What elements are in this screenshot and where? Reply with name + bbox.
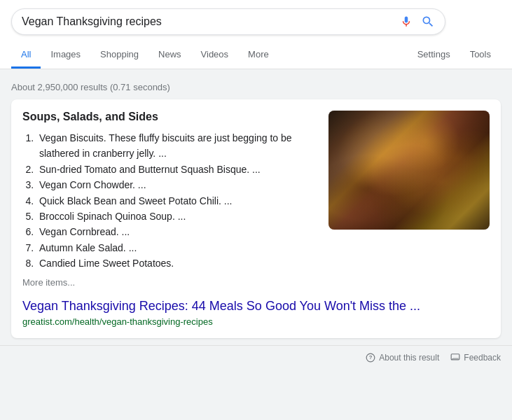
list-item: Quick Black Bean and Sweet Potato Chili.…: [36, 193, 317, 209]
card-image: [328, 111, 490, 230]
food-image-visual: [328, 111, 490, 230]
nav-right: Settings Tools: [408, 42, 501, 69]
feedback-label: Feedback: [464, 353, 501, 363]
search-bar-row: [11, 8, 501, 35]
nav-tabs: All Images Shopping News Videos More Set…: [11, 42, 501, 69]
card-inner: Soups, Salads, and Sides Vegan Biscuits.…: [22, 111, 490, 288]
tab-videos[interactable]: Videos: [191, 42, 239, 69]
feedback-icon: [450, 353, 460, 363]
result-card: Soups, Salads, and Sides Vegan Biscuits.…: [11, 99, 501, 338]
search-icons: [400, 15, 435, 29]
tab-more[interactable]: More: [238, 42, 279, 69]
list-item: Vegan Biscuits. These fluffy biscuits ar…: [36, 130, 317, 162]
card-text: Soups, Salads, and Sides Vegan Biscuits.…: [22, 111, 317, 288]
results-count: About 2,950,000 results (0.71 seconds): [11, 76, 501, 99]
tab-settings[interactable]: Settings: [408, 42, 460, 69]
list-item: Vegan Corn Chowder. ...: [36, 177, 317, 192]
more-items-link[interactable]: More items...: [22, 277, 317, 288]
tab-news[interactable]: News: [148, 42, 191, 69]
tab-tools[interactable]: Tools: [460, 42, 501, 69]
list-item: Broccoli Spinach Quinoa Soup. ...: [36, 209, 317, 224]
search-input[interactable]: [22, 15, 393, 28]
about-result-label: About this result: [379, 353, 439, 363]
list-item: Sun-dried Tomato and Butternut Squash Bi…: [36, 162, 317, 177]
mic-icon[interactable]: [400, 15, 413, 28]
tab-images[interactable]: Images: [41, 42, 90, 69]
list-item: Vegan Cornbread. ...: [36, 224, 317, 239]
info-icon: ?: [366, 353, 375, 363]
search-header: All Images Shopping News Videos More Set…: [0, 0, 512, 69]
about-result-link[interactable]: ? About this result: [366, 353, 439, 363]
recipe-list: Vegan Biscuits. These fluffy biscuits ar…: [22, 130, 317, 272]
tab-all[interactable]: All: [11, 42, 41, 69]
result-url: greatist.com/health/vegan-thanksgiving-r…: [22, 316, 490, 327]
card-title: Soups, Salads, and Sides: [22, 111, 317, 123]
list-item: Autumn Kale Salad. ...: [36, 240, 317, 255]
svg-text:?: ?: [369, 354, 373, 360]
search-box: [11, 8, 445, 35]
feedback-link[interactable]: Feedback: [450, 353, 501, 363]
list-item: Candied Lime Sweet Potatoes.: [36, 255, 317, 271]
search-icon[interactable]: [421, 15, 435, 29]
result-title-link[interactable]: Vegan Thanksgiving Recipes: 44 Meals So …: [22, 298, 490, 315]
result-link-area: Vegan Thanksgiving Recipes: 44 Meals So …: [22, 298, 490, 327]
main-content: About 2,950,000 results (0.71 seconds) S…: [0, 69, 512, 345]
page-footer: ? About this result Feedback: [0, 346, 512, 370]
tab-shopping[interactable]: Shopping: [90, 42, 148, 69]
